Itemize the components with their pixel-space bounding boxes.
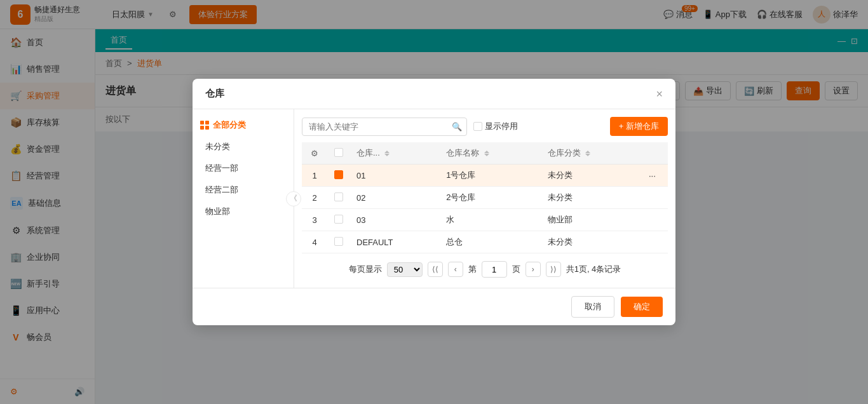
th-code[interactable]: 仓库... [350,142,440,165]
last-page-btn[interactable]: ⟩⟩ [546,262,561,277]
table-header-row: ⚙ 仓库... [302,142,668,165]
th-actions [642,142,668,165]
td-num: 4 [302,231,327,253]
th-category[interactable]: 仓库分类 [541,142,642,165]
warehouse-table: ⚙ 仓库... [302,142,668,253]
table-row[interactable]: 4 DEFAULT 总仓 未分类 [302,231,668,253]
td-code: 01 [350,165,440,187]
search-wrap: 🔍 [302,118,467,136]
table-row[interactable]: 1 01 1号仓库 未分类 ··· [302,165,668,187]
show-disabled-checkbox[interactable] [473,122,482,131]
table-container: ⚙ 仓库... [302,142,668,253]
modal-overlay[interactable]: 仓库 × 全部分类 未分类 经营一部 经营二部 物业部 《 [0,0,868,404]
td-category: 未分类 [541,187,642,209]
modal-close-btn[interactable]: × [656,88,663,100]
search-input[interactable] [302,118,467,136]
table-panel: 🔍 显示停用 + 新增仓库 ⚙ [294,109,675,288]
next-page-btn[interactable]: › [526,262,541,277]
show-disabled-text: 显示停用 [485,121,518,132]
td-actions[interactable] [642,187,668,209]
td-category: 物业部 [541,209,642,231]
page-label: 第 [468,264,477,275]
td-name: 水 [440,209,541,231]
category-item-dept1[interactable]: 经营一部 [193,158,294,179]
td-category: 未分类 [541,231,642,253]
modal-body: 全部分类 未分类 经营一部 经营二部 物业部 《 🔍 [193,109,675,288]
td-num: 3 [302,209,327,231]
modal-title: 仓库 [205,88,224,100]
td-num: 2 [302,187,327,209]
table-toolbar: 🔍 显示停用 + 新增仓库 [302,117,668,136]
category-item-property[interactable]: 物业部 [193,201,294,222]
show-disabled-label[interactable]: 显示停用 [473,121,518,132]
search-icon[interactable]: 🔍 [452,122,462,131]
per-page-select[interactable]: 50 10 20 100 [387,262,423,277]
td-actions[interactable] [642,231,668,253]
per-page-label: 每页显示 [349,264,382,275]
td-checkbox[interactable] [327,209,350,231]
warehouse-modal: 仓库 × 全部分类 未分类 经营一部 经营二部 物业部 《 [193,79,675,325]
td-checkbox[interactable] [327,165,350,187]
page-suffix: 页 [512,264,520,275]
td-actions[interactable]: ··· [642,165,668,187]
modal-header: 仓库 × [193,79,675,109]
td-code: 03 [350,209,440,231]
add-warehouse-btn[interactable]: + 新增仓库 [610,117,668,136]
th-name[interactable]: 仓库名称 [440,142,541,165]
table-body: 1 01 1号仓库 未分类 ··· 2 02 2号仓库 未分类 3 03 水 物… [302,165,668,253]
grid-icon [200,121,209,130]
confirm-btn[interactable]: 确定 [621,297,663,317]
name-sort-icon [484,151,489,156]
table-row[interactable]: 2 02 2号仓库 未分类 [302,187,668,209]
td-name: 1号仓库 [440,165,541,187]
category-item-uncategorized[interactable]: 未分类 [193,136,294,158]
page-input[interactable] [482,261,507,278]
th-code-label: 仓库... [356,148,380,158]
td-code: DEFAULT [350,231,440,253]
select-all-checkbox[interactable] [334,148,343,157]
th-settings[interactable]: ⚙ [302,142,327,165]
th-name-label: 仓库名称 [446,148,479,158]
table-row[interactable]: 3 03 水 物业部 [302,209,668,231]
modal-footer: 取消 确定 [193,288,675,325]
td-checkbox[interactable] [327,231,350,253]
th-checkbox [327,142,350,165]
td-code: 02 [350,187,440,209]
td-actions[interactable] [642,209,668,231]
td-checkbox[interactable] [327,187,350,209]
first-page-btn[interactable]: ⟨⟨ [428,262,443,277]
total-info: 共1页, 4条记录 [566,264,621,275]
th-category-label: 仓库分类 [548,148,581,158]
category-panel: 全部分类 未分类 经营一部 经营二部 物业部 《 [193,109,294,288]
pagination: 每页显示 50 10 20 100 ⟨⟨ ‹ 第 页 › ⟩⟩ 共1页, 4条记… [302,253,668,280]
category-all[interactable]: 全部分类 [193,114,294,136]
category-all-label: 全部分类 [213,119,246,131]
category-item-dept2[interactable]: 经营二部 [193,179,294,201]
code-sort-icon [384,151,390,156]
td-category: 未分类 [541,165,642,187]
prev-page-btn[interactable]: ‹ [448,262,463,277]
td-num: 1 [302,165,327,187]
td-name: 2号仓库 [440,187,541,209]
td-name: 总仓 [440,231,541,253]
category-sort-icon [585,151,590,156]
cancel-btn[interactable]: 取消 [571,296,614,318]
category-collapse-btn[interactable]: 《 [286,191,301,206]
